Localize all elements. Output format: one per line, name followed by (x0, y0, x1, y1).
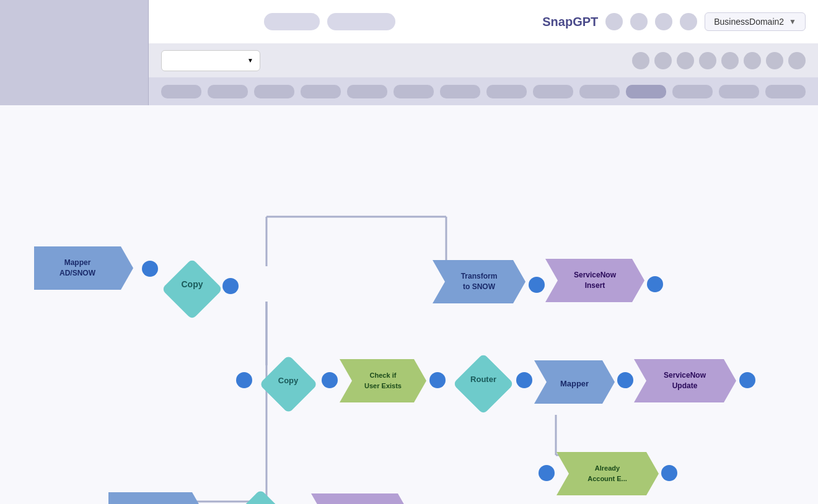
tab-active[interactable] (626, 85, 666, 98)
connector-dot-6[interactable] (321, 371, 338, 389)
svg-rect-53 (231, 489, 290, 504)
connector-dot-3[interactable] (528, 276, 545, 293)
mapper-row3-node[interactable]: Mapper (534, 360, 615, 406)
tab-8[interactable] (486, 85, 527, 98)
connector-dot-4[interactable] (646, 276, 664, 293)
toolbar-dot-1[interactable] (632, 52, 649, 69)
dot-after-already (661, 464, 678, 484)
toolbar-dropdown[interactable]: ▼ (161, 50, 260, 71)
toolbar-dot-4[interactable] (699, 52, 716, 69)
dropdown-arrow-icon: ▼ (247, 57, 253, 64)
svg-point-39 (617, 372, 633, 388)
svg-point-43 (739, 372, 755, 388)
svg-marker-18 (433, 260, 526, 303)
svg-text:to SNOW: to SNOW (463, 282, 496, 291)
toolbar-dot-7[interactable] (766, 52, 783, 69)
connector-dot-8[interactable] (516, 371, 533, 389)
dot-after-transform (528, 276, 545, 296)
domain-selector[interactable]: BusinessDomain2 ▼ (705, 12, 806, 31)
svg-text:AD/SNOW: AD/SNOW (59, 269, 96, 277)
svg-text:Router: Router (470, 375, 496, 384)
connector-dot-12[interactable] (661, 464, 678, 482)
svg-rect-34 (453, 354, 514, 415)
snap-dot-3[interactable] (655, 13, 672, 30)
pipeline-canvas: Mapper AD/SNOW Copy Transform to SNOW (0, 105, 818, 504)
transform-snow-node[interactable]: Transform to SNOW (433, 260, 526, 306)
svg-marker-11 (34, 246, 133, 290)
snapgpt-label: SnapGPT (542, 15, 598, 29)
svg-text:Transform: Transform (461, 272, 498, 280)
svg-point-33 (429, 372, 446, 388)
svg-marker-30 (340, 359, 426, 402)
svg-text:Already: Already (595, 464, 620, 472)
connector-dot-5[interactable] (235, 371, 253, 389)
svg-point-17 (222, 278, 239, 294)
svg-text:ServiceNow: ServiceNow (574, 271, 617, 279)
dot-after-copy-row3 (321, 371, 338, 391)
toolbar-dot-5[interactable] (721, 52, 739, 69)
toolbar-dots (632, 52, 806, 69)
snap-dot-2[interactable] (630, 13, 648, 30)
toolbar-dot-3[interactable] (677, 52, 694, 69)
svg-text:User Exists: User Exists (364, 382, 402, 389)
header-bottom-tabs (149, 77, 818, 105)
head-diamond-node[interactable]: Head (231, 489, 290, 504)
dot-after-mapper (141, 260, 159, 280)
svg-marker-22 (545, 259, 644, 302)
snapgpt-area: SnapGPT BusinessDomain2 ▼ (542, 12, 806, 31)
check-user-node[interactable]: Check if User Exists (340, 359, 426, 405)
connector-dot-7[interactable] (429, 371, 446, 389)
toolbar-dot-8[interactable] (788, 52, 806, 69)
dot-after-copy1 (222, 277, 239, 297)
svg-point-36 (516, 372, 532, 388)
tab-6[interactable] (394, 85, 434, 98)
connector-dot-2[interactable] (222, 277, 239, 295)
connector-dot-11[interactable] (538, 464, 555, 482)
tab-9[interactable] (533, 85, 573, 98)
already-account-node[interactable]: Already Account E... (556, 452, 659, 498)
mapper-sfdc-node[interactable]: Mapper SFDC (108, 492, 205, 504)
svg-marker-56 (311, 493, 410, 504)
toolbar-dot-2[interactable] (654, 52, 672, 69)
svg-text:Mapper: Mapper (64, 258, 91, 267)
tab-2[interactable] (208, 85, 248, 98)
connector-svg (0, 105, 818, 504)
servicenow-update-node[interactable]: ServiceNow Update (634, 359, 736, 405)
svg-marker-45 (556, 452, 659, 495)
svg-point-25 (647, 276, 663, 292)
toolbar-group: ▼ (161, 50, 260, 71)
tab-13[interactable] (765, 85, 806, 98)
tab-7[interactable] (440, 85, 480, 98)
snap-dot-4[interactable] (680, 13, 697, 30)
copy-diamond-row1[interactable]: Copy (161, 258, 223, 323)
dot-before-already (538, 464, 555, 484)
router-diamond-node[interactable]: Router (452, 353, 514, 417)
svg-text:Copy: Copy (278, 376, 299, 385)
svg-text:Check if: Check if (370, 371, 397, 379)
header-pill-1[interactable] (264, 13, 320, 30)
svg-point-21 (529, 277, 545, 293)
copy-diamond-row3[interactable]: Copy (259, 355, 318, 416)
dot-after-router (516, 371, 533, 391)
tab-4[interactable] (301, 85, 341, 98)
servicenow-insert-node[interactable]: ServiceNow Insert (545, 259, 644, 305)
tab-5[interactable] (347, 85, 387, 98)
header-center (264, 13, 395, 30)
dot-after-mapper-row3 (617, 371, 634, 391)
salesforce-create-node[interactable]: Salesforce Create (311, 493, 410, 504)
tab-1[interactable] (161, 85, 201, 98)
svg-point-14 (142, 261, 158, 277)
connector-dot-9[interactable] (617, 371, 634, 389)
header-pill-2[interactable] (327, 13, 395, 30)
connector-dot-10[interactable] (739, 371, 756, 389)
toolbar-dot-6[interactable] (744, 52, 761, 69)
svg-text:Update: Update (672, 381, 698, 390)
header-middle: ▼ (149, 43, 818, 77)
snap-dot-1[interactable] (605, 13, 623, 30)
connector-dot-1[interactable] (141, 260, 159, 277)
tab-3[interactable] (254, 85, 294, 98)
mapper-adsnow-node[interactable]: Mapper AD/SNOW (34, 246, 133, 290)
tab-11[interactable] (672, 85, 713, 98)
tab-10[interactable] (579, 85, 620, 98)
tab-12[interactable] (719, 85, 759, 98)
